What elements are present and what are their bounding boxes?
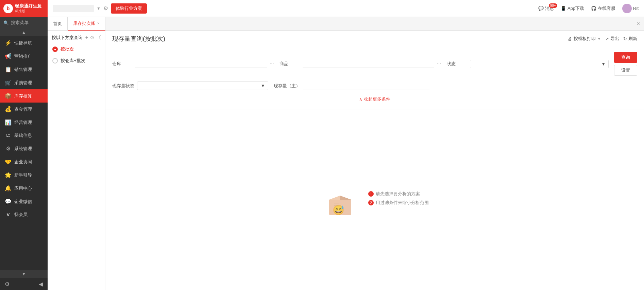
online-service-action[interactable]: 🎧 在线客服: [591, 5, 615, 12]
print-btn[interactable]: 🖨 按模板打印 ▼: [568, 36, 601, 42]
headset-icon: 🎧: [591, 6, 596, 11]
sidebar-nav: ⚡ 快捷导航 📢 营销推广 📋 销售管理 🛒 采购管理 📦 库存核算 💰 资金管…: [0, 36, 48, 270]
experience-btn[interactable]: 体验行业方案: [111, 3, 147, 14]
product-label: 商品: [279, 61, 300, 67]
warehouse-input[interactable]: [135, 60, 267, 68]
settings-btn[interactable]: 设置: [614, 65, 637, 76]
hint-1-num: 1: [368, 191, 374, 197]
printer-icon: 🖨: [568, 36, 572, 41]
settings-footer-icon[interactable]: ⚙: [5, 281, 10, 287]
plan-batch-label: 按批次: [61, 46, 74, 52]
warehouse-label: 仓库: [112, 61, 133, 67]
app-download-action[interactable]: 📱 App下载: [561, 5, 584, 12]
sidebar-item-sales[interactable]: 📋 销售管理: [0, 63, 48, 76]
sidebar-item-wechat[interactable]: 💬 企业微信: [0, 195, 48, 208]
product-more-icon[interactable]: ···: [437, 61, 441, 67]
tab-home[interactable]: 首页: [48, 17, 68, 30]
inventory-icon: 📦: [5, 93, 12, 99]
svg-marker-2: [340, 196, 351, 200]
topbar-left: ▼ ⚙ 体验行业方案: [53, 3, 147, 14]
breadcrumb-input[interactable]: [53, 5, 94, 12]
sidebar-item-inventory[interactable]: 📦 库存核算: [0, 89, 48, 103]
apps-icon: 🔔: [5, 185, 12, 192]
app-name: 畅康通好生意: [15, 3, 41, 9]
sidebar-item-shortcut[interactable]: ⚡ 快捷导航: [0, 36, 48, 50]
online-service-label: 在线客服: [598, 5, 615, 12]
topbar-gear-icon[interactable]: ⚙: [103, 5, 108, 12]
product-input[interactable]: [303, 60, 434, 68]
status-dropdown-icon: ▼: [601, 61, 606, 67]
hint-2-text: 用过滤条件来缩小分析范围: [376, 200, 429, 206]
sidebar-item-purchase[interactable]: 🛒 采购管理: [0, 76, 48, 89]
plan-inactive-dot: [52, 58, 58, 64]
main: ▼ ⚙ 体验行业方案 💬 消息 99+ 📱 App下载 🎧 在线客服 Rit: [48, 0, 644, 290]
status-filter: 状态 ▼: [447, 60, 609, 68]
inventory-status-dropdown-icon: ▼: [261, 83, 265, 88]
filter-separator: [112, 80, 637, 80]
sidebar-item-basic[interactable]: 🗂 基础信息: [0, 129, 48, 142]
status-dropdown[interactable]: ▼: [470, 60, 609, 68]
plan-item-batch[interactable]: ● 按批次: [48, 43, 105, 55]
tabs-close-all[interactable]: ×: [633, 21, 644, 27]
sidebar-item-operations[interactable]: 📊 经营管理: [0, 116, 48, 129]
tab-home-label: 首页: [53, 21, 62, 27]
sidebar-item-system[interactable]: ⚙ 系统管理: [0, 142, 48, 155]
sidebar-item-member[interactable]: V 畅会员: [0, 208, 48, 221]
export-icon: ↗: [605, 36, 609, 41]
left-panel-header: 按以下方案查询 + ⊙ 《: [48, 31, 105, 43]
user-action[interactable]: Rit: [622, 4, 639, 13]
sidebar-item-marketing[interactable]: 📢 营销推广: [0, 50, 48, 63]
phone-icon: 📱: [561, 6, 566, 11]
hint-2-num: 2: [368, 200, 374, 205]
export-btn[interactable]: ↗ 导出: [605, 36, 619, 42]
sidebar-item-enterprise[interactable]: 🤝 企业协同: [0, 155, 48, 168]
empty-svg: 😅: [321, 181, 358, 218]
avatar: [622, 4, 632, 13]
query-btn[interactable]: 查询: [614, 52, 637, 63]
tab-inventory-batch[interactable]: 库存批次账 ×: [68, 17, 105, 31]
inventory-main-to[interactable]: [337, 83, 365, 88]
add-plan-icon[interactable]: +: [85, 35, 88, 41]
page-header-actions: 🖨 按模板打印 ▼ ↗ 导出 ↻ 刷新: [568, 36, 637, 42]
sidebar-item-label: 企业协同: [14, 159, 32, 165]
messages-action[interactable]: 💬 消息 99+: [538, 5, 554, 12]
search-menu[interactable]: 🔍 搜索菜单: [0, 17, 48, 29]
basic-icon: 🗂: [5, 132, 12, 139]
sidebar: b 畅康通好生意 标准版 🔍 搜索菜单 ▲ ⚡ 快捷导航 📢 营销推广 📋 销售…: [0, 0, 48, 290]
topbar: ▼ ⚙ 体验行业方案 💬 消息 99+ 📱 App下载 🎧 在线客服 Rit: [48, 0, 644, 17]
messages-badge: 99+: [549, 3, 557, 8]
warehouse-more-icon[interactable]: ···: [270, 61, 274, 67]
refresh-btn[interactable]: ↻ 刷新: [623, 36, 637, 42]
page-title: 现存量查询(按批次): [112, 35, 165, 43]
close-all-icon: ×: [637, 21, 640, 26]
collapse-panel-icon[interactable]: 《: [96, 35, 101, 41]
system-icon: ⚙: [5, 145, 12, 152]
plan-item-warehouse-batch[interactable]: 按仓库+批次: [48, 55, 105, 67]
left-panel: 按以下方案查询 + ⊙ 《 ● 按批次 按仓库+批次: [48, 31, 105, 290]
plan-warehouse-batch-label: 按仓库+批次: [61, 58, 85, 64]
warehouse-filter: 仓库 ···: [112, 60, 274, 68]
sidebar-item-label: 库存核算: [14, 93, 32, 99]
sidebar-item-newuser[interactable]: 🌟 新手引导: [0, 168, 48, 182]
sidebar-scroll-up[interactable]: ▲: [0, 29, 48, 36]
collapse-sidebar-icon[interactable]: ◀: [39, 281, 43, 287]
sidebar-item-label: 销售管理: [14, 67, 32, 73]
collapse-more-btn[interactable]: ∧ 收起更多条件: [112, 94, 637, 104]
plan-active-dot: ●: [52, 47, 58, 52]
page-content: 按以下方案查询 + ⊙ 《 ● 按批次 按仓库+批次 现存量查询(按批次): [48, 31, 644, 290]
purchase-icon: 🛒: [5, 79, 12, 86]
sidebar-item-apps[interactable]: 🔔 应用中心: [0, 182, 48, 195]
filter-row-1: 仓库 ··· 商品 ··· 状态 ▼: [112, 52, 637, 76]
empty-illustration: 😅: [321, 181, 358, 218]
breadcrumb-dropdown-icon[interactable]: ▼: [97, 6, 101, 11]
filter-actions: 查询 设置: [614, 52, 637, 76]
sidebar-scroll-down[interactable]: ▼: [0, 270, 48, 278]
inventory-status-dropdown[interactable]: ▼: [137, 81, 268, 90]
sidebar-item-finance[interactable]: 💰 资金管理: [0, 103, 48, 116]
empty-hints: 1 请先选择要分析的方案 2 用过滤条件来缩小分析范围: [368, 191, 429, 209]
topbar-right: 💬 消息 99+ 📱 App下载 🎧 在线客服 Rit: [538, 4, 639, 13]
left-panel-title: 按以下方案查询: [52, 35, 83, 41]
tab-close-icon[interactable]: ×: [97, 21, 100, 26]
inventory-main-from[interactable]: [303, 83, 330, 88]
plan-settings-icon[interactable]: ⊙: [90, 35, 94, 41]
